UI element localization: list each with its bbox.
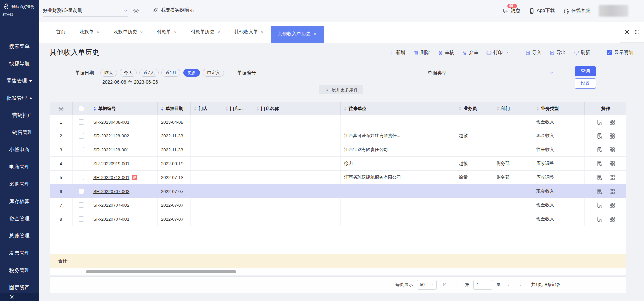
column-header-store-trunc[interactable]: 门店... [222,102,253,115]
table-row[interactable]: 2SR-20221128-0022022-11-28江西真可爱布娃娃有限责任..… [50,129,626,143]
date-pill[interactable]: 近7天 [139,69,159,77]
bill-no-link[interactable]: SR-20220707-003 [93,189,129,194]
doc-search-icon[interactable] [597,216,603,222]
sidebar-item-tax-mgmt[interactable]: 税务管理 [0,262,39,279]
column-header-bill-date[interactable]: 单据日期 [158,102,191,115]
column-header-bill-no[interactable]: 单据编号 [90,102,158,115]
sort-arrows[interactable] [497,107,499,111]
sidebar-settings-gear-icon[interactable] [9,294,15,299]
sidebar-item-general-ledger[interactable]: 总账管理 [0,227,39,245]
delete-button[interactable]: 删除 [414,50,430,56]
checkbox-checked-icon[interactable] [607,50,612,55]
sidebar-item-search-menu[interactable]: 搜索菜单 [0,38,39,55]
sidebar-item-xiaochang-ecommerce[interactable]: 小畅电商 [0,141,39,158]
row-checkbox[interactable] [79,133,84,139]
tab-payment[interactable]: 付款单× [150,22,184,43]
prev-page-button[interactable] [453,281,461,289]
sort-arrows[interactable] [93,107,96,111]
tab-close-icon[interactable]: × [140,30,143,35]
sidebar-item-invoice-mgmt[interactable]: 发票管理 [0,245,39,262]
column-header-biz-type[interactable]: 业务类型 [533,102,585,115]
bill-no-link[interactable]: SR-20221128-002 [93,133,129,139]
refresh-button[interactable]: 刷新 [574,50,590,56]
table-row[interactable]: 1SR-20230408-0012023-04-08现金收入 [50,115,626,129]
close-icon[interactable] [625,30,629,34]
grid-icon[interactable] [609,147,615,153]
date-pill[interactable]: 更多 [183,69,200,77]
table-row[interactable]: 8SR-20220707-0012022-07-07现金收入 [50,212,626,226]
row-checkbox[interactable] [79,216,84,222]
bill-no-link[interactable]: SR-20220707-002 [93,203,129,208]
date-pill[interactable]: 近1月 [161,69,180,77]
sidebar-item-wholesale-mgmt[interactable]: 批发管理 [0,90,39,107]
query-button[interactable]: 查询 [575,66,596,76]
column-header-store-name[interactable]: 门店名称 [253,102,341,115]
import-button[interactable]: 导入 [525,50,541,56]
sidebar-item-marketing-promo[interactable]: 营销推广 [0,107,39,124]
messages-button[interactable]: 99+ 消息 [503,8,520,14]
column-header-partner[interactable]: 往来单位 [341,102,455,115]
table-row[interactable]: 6SR-20220707-0032022-07-07现金收入 [50,184,626,198]
row-checkbox[interactable] [79,161,84,166]
select-all-checkbox[interactable] [79,106,84,111]
sidebar-item-quick-nav[interactable]: 快捷导航 [0,55,39,72]
tab-other-income-history[interactable]: 其他收入单历史× [271,26,324,43]
tab-close-icon[interactable]: × [314,32,316,37]
sidebar-item-ecommerce-mgmt[interactable]: 电商管理 [0,158,39,176]
next-page-button[interactable] [505,281,513,289]
account-selector[interactable]: 好业财测试-量勿删 [43,5,128,17]
export-button[interactable]: 导出 [550,50,566,56]
bill-no-link[interactable]: SR-20220707-001 [93,217,129,222]
date-pill[interactable]: 昨天 [100,69,117,77]
sidebar-item-inventory-accounting[interactable]: 库存核算 [0,193,39,210]
row-checkbox[interactable] [79,202,84,208]
doc-search-icon[interactable] [597,175,603,180]
bill-no-link[interactable]: SR-20230408-001 [93,120,129,125]
tab-close-icon[interactable]: × [218,30,220,35]
bill-type-select[interactable] [450,68,555,77]
column-header-row-config[interactable] [50,102,73,115]
sort-arrows[interactable] [344,107,347,111]
show-detail-toggle[interactable]: 显示明细 [607,50,633,56]
page-number-input[interactable]: 1 [473,280,492,290]
grid-icon[interactable] [609,175,615,180]
doc-search-icon[interactable] [597,119,603,125]
sort-arrows[interactable] [225,107,228,111]
print-button[interactable]: 打印 [486,50,509,56]
tab-other-income[interactable]: 其他收入单× [227,22,271,43]
bill-no-link[interactable]: SR-20220919-001 [93,161,129,166]
row-checkbox[interactable] [79,119,84,125]
fullscreen-icon[interactable] [635,30,640,34]
scrollbar-thumb[interactable] [86,270,236,273]
sidebar-item-funds-mgmt[interactable]: 资金管理 [0,210,39,227]
sidebar-item-purchase-mgmt[interactable]: 采购管理 [0,176,39,193]
column-config-gear-icon[interactable] [58,106,64,111]
grid-icon[interactable] [609,133,615,139]
date-pill[interactable]: 自定义 [203,69,224,77]
add-button[interactable]: 新增 [389,50,405,56]
column-header-salesman[interactable]: 业务员 [455,102,493,115]
sidebar-item-retail-mgmt[interactable]: 零售管理 [0,72,39,90]
avatar[interactable] [599,5,628,17]
doc-search-icon[interactable] [597,161,603,167]
doc-search-icon[interactable] [597,202,603,208]
support-button[interactable]: 在线客服 [563,8,590,14]
bill-no-link[interactable]: SR-20221128-001 [93,147,129,152]
grid-icon[interactable] [609,189,615,194]
sort-arrows[interactable] [194,107,197,111]
account-gear-icon[interactable] [133,8,139,14]
demo-link[interactable]: 我要看实例演示 [152,7,194,13]
row-checkbox[interactable] [79,147,84,152]
doc-search-icon[interactable] [597,133,603,139]
row-checkbox[interactable] [79,189,84,194]
tab-close-icon[interactable]: × [97,30,100,35]
abandon-audit-button[interactable]: 弃审 [462,50,478,56]
table-row[interactable]: 7SR-20220707-0022022-07-07现金收入 [50,198,626,212]
date-pill[interactable]: 今天 [120,69,137,77]
grid-icon[interactable] [609,119,615,125]
grid-icon[interactable] [609,161,615,167]
grid-icon[interactable] [609,202,615,208]
grid-icon[interactable] [609,216,615,222]
doc-search-icon[interactable] [597,189,603,194]
column-header-store[interactable]: 门店 [191,102,222,115]
